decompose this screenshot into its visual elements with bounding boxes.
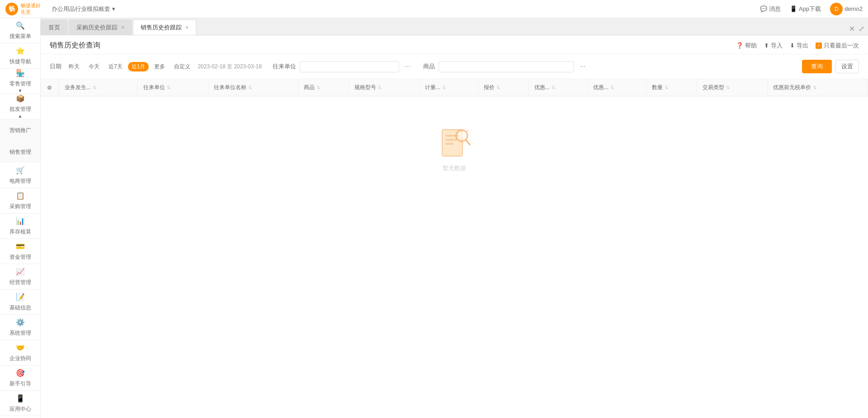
- sidebar-item-label: 基础信息: [9, 304, 31, 312]
- message-btn[interactable]: 💬 消息: [760, 5, 781, 13]
- sidebar-item-inventory[interactable]: 📊 库存核算: [0, 214, 40, 239]
- page-header-actions: ❓ 帮助 ⬆ 导入 ⬇ 导出 ✓ 只看最后一次: [736, 42, 859, 50]
- help-btn[interactable]: ❓ 帮助: [736, 42, 757, 50]
- svg-point-7: [467, 130, 469, 132]
- tab-sales-history-label: 销售历史价跟踪: [141, 24, 182, 32]
- import-label: 导入: [771, 42, 783, 50]
- sidebar-item-quick-nav[interactable]: ⭐ 快捷导航: [0, 43, 40, 69]
- sort-icon-quote: ⇅: [496, 85, 500, 90]
- product-filter-group: 商品 ···: [423, 61, 587, 72]
- sort-icon-partner-code: ⇅: [167, 85, 170, 90]
- sidebar-item-label: 零售管理: [9, 80, 31, 88]
- sort-icon-discount2: ⇅: [610, 85, 614, 90]
- col-product[interactable]: 商品⇅: [298, 79, 349, 96]
- sidebar-item-beginner[interactable]: 🎯 新手引导: [0, 366, 40, 391]
- sidebar-item-enterprise[interactable]: 🤝 企业协同: [0, 340, 40, 366]
- app-download-btn[interactable]: 📱 App下载: [790, 5, 821, 13]
- empty-illustration: [434, 124, 475, 164]
- col-partner-code[interactable]: 往来单位⇅: [137, 79, 208, 96]
- sidebar-item-label: 快捷导航: [9, 58, 31, 66]
- sidebar-item-label: 应用中心: [9, 405, 31, 413]
- sidebar-item-ecommerce-mgmt[interactable]: 🛒 电商管理: [0, 163, 40, 188]
- sidebar-item-wechat-biz[interactable]: 💬 企业微信: [0, 416, 40, 418]
- filter-buttons: 查询 设置: [802, 60, 859, 73]
- sidebar-item-app-center[interactable]: 📱 应用中心: [0, 391, 40, 416]
- app-name-label: 办公用品行业模拟账套: [52, 5, 110, 13]
- sort-icon-partner-name: ⇅: [248, 85, 252, 90]
- tab-sales-history[interactable]: 销售历史价跟踪 ×: [133, 19, 196, 35]
- sidebar-item-label: 批发管理: [9, 105, 31, 113]
- sidebar-item-basic-info[interactable]: 📝 基础信息: [0, 290, 40, 315]
- col-pretax-price[interactable]: 优惠前无税单价⇅: [768, 79, 868, 96]
- col-quote[interactable]: 报价⇅: [478, 79, 529, 96]
- search-menu-icon: 🔍: [16, 21, 25, 31]
- sidebar-item-search-menu[interactable]: 🔍 搜索菜单: [0, 18, 40, 43]
- date-yesterday[interactable]: 昨天: [65, 62, 83, 71]
- export-btn[interactable]: ⬇ 导出: [790, 42, 808, 50]
- col-discount1[interactable]: 优惠...⇅: [529, 79, 588, 96]
- username-label: demo2: [844, 5, 863, 12]
- col-unit[interactable]: 计量...⇅: [420, 79, 478, 96]
- settings-button[interactable]: 设置: [835, 60, 859, 73]
- partner-filter-label: 往来单位: [273, 62, 296, 71]
- partner-filter-dots[interactable]: ···: [403, 62, 412, 71]
- sort-icon-pretax-price: ⇅: [813, 85, 816, 90]
- col-discount2[interactable]: 优惠...⇅: [588, 79, 646, 96]
- finance-icon: 💳: [16, 242, 25, 252]
- date-more[interactable]: 更多: [151, 62, 169, 71]
- sidebar-item-purchase-mgmt[interactable]: 📋 采购管理: [0, 188, 40, 214]
- import-icon: ⬆: [764, 42, 769, 49]
- product-filter-dots[interactable]: ···: [578, 62, 587, 71]
- close-purchase-history-tab[interactable]: ×: [121, 25, 124, 30]
- date-filter-label: 日期: [50, 62, 61, 71]
- product-filter-input[interactable]: [439, 61, 574, 72]
- marketing-label: 营销推广: [9, 127, 31, 134]
- table-container: ⚙ 业务发生...⇅ 往来单位⇅ 往来单位名称⇅: [41, 79, 868, 418]
- sidebar-sub-item-marketing[interactable]: 营销推广: [0, 119, 40, 141]
- svg-line-6: [466, 140, 470, 145]
- query-button[interactable]: 查询: [802, 60, 832, 73]
- app-selector[interactable]: 办公用品行业模拟账套 ▾: [48, 3, 119, 15]
- user-menu[interactable]: D demo2: [830, 3, 863, 15]
- date-custom[interactable]: 自定义: [170, 62, 194, 71]
- retail-mgmt-icon: 🏪: [16, 68, 25, 78]
- close-all-tabs-icon[interactable]: ✕: [849, 24, 855, 33]
- date-today[interactable]: 今天: [85, 62, 103, 71]
- sidebar-item-ops-mgmt[interactable]: 📈 经营管理: [0, 264, 40, 290]
- sidebar-item-finance-mgmt[interactable]: 💳 资金管理: [0, 239, 40, 264]
- partner-filter-input[interactable]: [300, 61, 399, 72]
- sidebar-item-sys-mgmt[interactable]: ⚙️ 系统管理: [0, 315, 40, 340]
- date-7days[interactable]: 近7天: [105, 62, 126, 71]
- svg-point-5: [458, 132, 465, 139]
- tab-home[interactable]: 首页: [41, 19, 68, 35]
- sort-icon-discount1: ⇅: [552, 85, 555, 90]
- tab-purchase-history-label: 采购历史价跟踪: [76, 24, 118, 32]
- sidebar-item-label: 电商管理: [9, 177, 31, 185]
- sidebar-item-wholesale-mgmt[interactable]: 📦 批发管理 ▲: [0, 94, 40, 119]
- sort-icon-product: ⇅: [316, 85, 320, 90]
- maximize-icon[interactable]: ⤢: [859, 24, 864, 33]
- col-partner-name[interactable]: 往来单位名称⇅: [208, 79, 298, 96]
- svg-rect-2: [445, 139, 457, 141]
- import-btn[interactable]: ⬆ 导入: [764, 42, 783, 50]
- svg-rect-3: [445, 143, 453, 145]
- sort-icon-spec: ⇅: [378, 85, 382, 90]
- col-business-date[interactable]: 业务发生...⇅: [59, 79, 137, 96]
- table-settings-icon[interactable]: ⚙: [47, 85, 52, 91]
- date-filter-group: 日期 昨天 今天 近7天 近1月 更多 自定义 2023-02-18 至 202…: [50, 62, 262, 71]
- only-last-checkbox[interactable]: ✓ 只看最后一次: [816, 42, 859, 50]
- partner-filter-group: 往来单位 ···: [273, 61, 412, 72]
- col-spec[interactable]: 规格型号⇅: [349, 79, 420, 96]
- date-1month[interactable]: 近1月: [128, 62, 149, 71]
- table-header-row: ⚙ 业务发生...⇅ 往来单位⇅ 往来单位名称⇅: [41, 79, 868, 96]
- tab-purchase-history[interactable]: 采购历史价跟踪 ×: [69, 19, 132, 35]
- sidebar-item-label: 采购管理: [9, 203, 31, 210]
- sidebar-sub-item-sales-mgmt[interactable]: 销售管理: [0, 141, 40, 163]
- sidebar-item-retail-mgmt[interactable]: 🏪 零售管理 ▼: [0, 69, 40, 94]
- svg-point-9: [465, 128, 467, 129]
- col-trade-type[interactable]: 交易类型⇅: [697, 79, 768, 96]
- col-quantity[interactable]: 数量⇅: [646, 79, 697, 96]
- sys-mgmt-icon: ⚙️: [16, 318, 25, 328]
- close-sales-history-tab[interactable]: ×: [185, 25, 189, 30]
- col-settings[interactable]: ⚙: [41, 79, 59, 96]
